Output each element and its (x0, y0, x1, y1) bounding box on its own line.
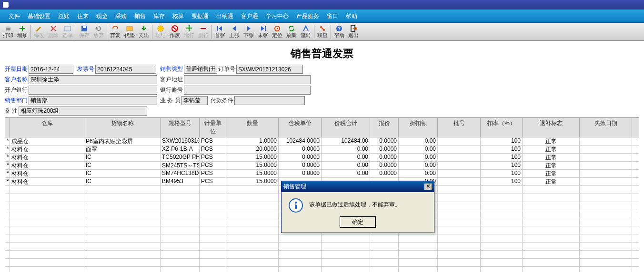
cell-name[interactable]: IC (84, 162, 161, 169)
cell-exp[interactable] (580, 154, 632, 161)
cell-quote[interactable]: 0.0000 (370, 170, 399, 177)
ok-button[interactable]: 确定 (340, 217, 375, 227)
cell-spec[interactable]: SM74HC138D P (161, 170, 200, 177)
cell-flag[interactable]: 正常 (523, 137, 580, 145)
cell-disc[interactable]: 0.00 (399, 137, 438, 145)
cell-spec[interactable]: BM4953 (161, 178, 200, 185)
table-row[interactable]: *材料仓ICTC5020GP PH=0PCS15.00000.00000.000… (5, 154, 639, 162)
table-row-empty[interactable] (5, 243, 639, 251)
cell-qty[interactable]: 20.0000 (226, 146, 279, 153)
cell-unit[interactable]: PCS (200, 178, 226, 185)
table-row[interactable]: *材料仓面罩XZ-P6-1B-APCS20.00000.00000.000.00… (5, 146, 639, 154)
cell-total[interactable]: 0.00 (322, 170, 370, 177)
cell-spec[interactable]: SM245TS～TSSO (161, 162, 200, 169)
cell-flag[interactable]: 正常 (523, 178, 580, 185)
cell-spec[interactable]: TC5020GP PH=0 (161, 154, 200, 161)
table-row-empty[interactable] (5, 251, 639, 259)
cell-disc[interactable]: 0.00 (399, 154, 438, 161)
column-header[interactable]: 失效日期 (580, 118, 632, 137)
toolbar-link-button[interactable]: 联查 (315, 24, 330, 40)
cell-exp[interactable] (580, 146, 632, 153)
cell-exp[interactable] (580, 170, 632, 177)
column-header[interactable]: 折扣额 (399, 118, 438, 137)
cell-quote[interactable]: 0.0000 (370, 154, 399, 161)
table-row[interactable]: *材料仓ICSM74HC138D PPCS15.00000.00000.000.… (5, 170, 639, 178)
cell-rate[interactable]: 100 (481, 178, 523, 185)
cell-quote[interactable]: 0.0000 (370, 137, 399, 145)
input-order-no[interactable] (236, 65, 303, 74)
toolbar-flow-button[interactable]: 流转 (299, 24, 313, 40)
input-pay-cond[interactable] (234, 96, 305, 105)
table-row-empty[interactable] (5, 267, 639, 272)
cell-spec[interactable]: XZ-P6-1B-A (161, 146, 200, 153)
input-sale-type[interactable] (184, 65, 217, 74)
menu-item[interactable]: 库存 (150, 10, 169, 23)
cell-rate[interactable]: 100 (481, 154, 523, 161)
cell-batch[interactable] (438, 178, 481, 185)
cell-qty[interactable]: 15.0000 (226, 154, 279, 161)
menu-item[interactable]: 往来 (73, 10, 92, 23)
cell-flag[interactable]: 正常 (523, 162, 580, 169)
column-header[interactable]: 退补标志 (523, 118, 580, 137)
table-row[interactable]: *成品仓P6室内表贴全彩屏SXW2016031609PCS1.000010248… (5, 137, 639, 146)
menu-item[interactable]: 采购 (111, 10, 131, 23)
column-header[interactable]: 规格型号 (161, 118, 200, 137)
cell-qty[interactable]: 15.0000 (226, 178, 279, 185)
toolbar-next-button[interactable]: 下张 (242, 24, 256, 40)
toolbar-last-button[interactable]: 末张 (256, 24, 270, 40)
cell-qty[interactable]: 15.0000 (226, 162, 279, 169)
cell-rate[interactable]: 100 (481, 162, 523, 169)
menu-item[interactable]: 客户通 (237, 10, 262, 23)
column-header[interactable]: 扣率（%） (481, 118, 523, 137)
toolbar-ticket-button[interactable]: 代垫 (122, 24, 137, 40)
cell-unit[interactable]: PCS (200, 146, 226, 153)
column-header[interactable]: 仓库 (10, 118, 84, 137)
cell-wh[interactable]: 材料仓 (10, 146, 84, 153)
cell-rate[interactable]: 100 (481, 137, 523, 145)
input-operator[interactable] (181, 96, 208, 105)
cell-rate[interactable]: 100 (481, 170, 523, 177)
menu-item[interactable]: 文件 (5, 10, 24, 23)
cell-name[interactable]: IC (84, 178, 161, 185)
cell-batch[interactable] (438, 162, 481, 169)
cell-wh[interactable]: 材料仓 (10, 154, 84, 161)
cell-exp[interactable] (580, 137, 632, 145)
cell-quote[interactable]: 0.0000 (370, 162, 399, 169)
cell-rate[interactable]: 100 (481, 146, 523, 153)
toolbar-locate-button[interactable]: 定位 (270, 24, 284, 40)
cell-total[interactable]: 0.00 (322, 162, 370, 169)
cell-unit[interactable]: PCS (200, 170, 226, 177)
column-header[interactable]: 数量 (226, 118, 279, 137)
toolbar-prev-button[interactable]: 上张 (227, 24, 242, 40)
cell-uprice[interactable]: 0.0000 (279, 162, 322, 169)
input-invoice-date[interactable] (29, 65, 73, 74)
input-bank[interactable] (29, 86, 157, 95)
cell-quote[interactable]: 0.0000 (370, 146, 399, 153)
cell-total[interactable]: 0.00 (322, 146, 370, 153)
toolbar-out-button[interactable]: 支出 (137, 24, 151, 40)
table-row-empty[interactable] (5, 259, 639, 267)
cell-qty[interactable]: 1.0000 (226, 137, 279, 145)
column-header[interactable]: 批号 (438, 118, 481, 137)
cell-total[interactable]: 102484.00 (322, 137, 370, 145)
input-sales-dept[interactable] (29, 96, 157, 105)
table-row[interactable]: *材料仓ICSM245TS～TSSOPCS15.00000.00000.000.… (5, 162, 639, 170)
cell-name[interactable]: P6室内表贴全彩屏 (84, 137, 161, 145)
cell-wh[interactable]: 材料仓 (10, 170, 84, 177)
cell-exp[interactable] (580, 178, 632, 185)
column-header[interactable]: 货物名称 (84, 118, 161, 137)
cell-spec[interactable]: SXW2016031609 (161, 137, 200, 145)
cell-batch[interactable] (438, 146, 481, 153)
cell-exp[interactable] (580, 162, 632, 169)
cell-unit[interactable]: PCS (200, 137, 226, 145)
toolbar-exit-button[interactable]: 退出 (346, 24, 361, 40)
cell-batch[interactable] (438, 137, 481, 145)
menu-item[interactable]: 窗口 (323, 10, 342, 23)
cell-name[interactable]: IC (84, 154, 161, 161)
column-header[interactable]: 含税单价 (279, 118, 322, 137)
toolbar-print-button[interactable]: 打印 (1, 24, 15, 40)
cell-wh[interactable]: 成品仓 (10, 137, 84, 145)
toolbar-first-button[interactable]: 首张 (213, 24, 227, 40)
menu-item[interactable]: 核算 (169, 10, 188, 23)
input-bank-account[interactable] (184, 86, 311, 95)
